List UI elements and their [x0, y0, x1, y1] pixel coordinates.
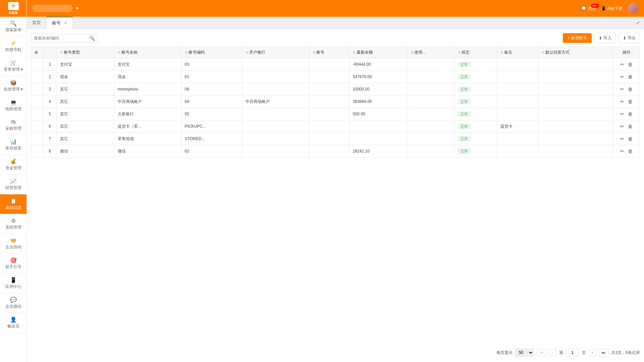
col-header-bank[interactable]: ⇅开户银行	[242, 47, 309, 58]
delete-button-1[interactable]: 🗑	[627, 73, 634, 80]
col-header-balance[interactable]: ⇅最新余额	[349, 47, 407, 58]
row-usage-2	[407, 83, 454, 96]
sidebar-item-app_center[interactable]: 📱应用中心	[0, 274, 26, 293]
tab-close-account[interactable]: ✕	[64, 21, 67, 25]
col-header-code[interactable]: ⇅账号编码	[181, 47, 242, 58]
import-button[interactable]: ⬆ 导入	[594, 33, 616, 43]
sidebar-item-search[interactable]: 🔍搜索菜单	[0, 17, 26, 37]
prev-page-button[interactable]: ‹	[549, 349, 556, 356]
edit-button-4[interactable]: ✏	[619, 111, 626, 117]
sidebar-item-basic[interactable]: 📋基础信息	[0, 194, 26, 214]
sidebar-item-purchase[interactable]: 🛍采购管理	[0, 116, 26, 135]
first-page-button[interactable]: ⏮	[536, 349, 546, 356]
sidebar-icon-operations: 📈	[10, 178, 17, 184]
sidebar-icon-purchase: 🛍	[11, 119, 16, 125]
sidebar-item-member[interactable]: 👤畅会员	[0, 313, 26, 333]
search-input[interactable]	[34, 36, 89, 41]
col-header-default_settle[interactable]: ⇅默认结算方式	[538, 47, 613, 58]
delete-button-6[interactable]: 🗑	[627, 135, 634, 142]
col-header-settings[interactable]: ⚙	[31, 47, 43, 58]
sidebar-label-inventory: 库存核算	[5, 145, 21, 151]
col-label-notes: 备注	[504, 50, 512, 55]
edit-button-0[interactable]: ✏	[619, 61, 626, 68]
delete-button-2[interactable]: 🗑	[627, 86, 634, 93]
edit-button-5[interactable]: ✏	[619, 123, 626, 130]
delete-button-0[interactable]: 🗑	[627, 61, 634, 68]
sidebar-item-ecommerce[interactable]: 💻电商管理	[0, 96, 26, 116]
messages-button[interactable]: 💬 消息 99+	[581, 6, 596, 11]
sort-icon-account: ⇅	[313, 51, 315, 54]
row-notes-5: 提货卡	[497, 120, 538, 133]
per-page-select[interactable]: 50 100	[515, 349, 534, 357]
sidebar-label-wholesale: 批发管理 ▾	[4, 86, 23, 92]
export-icon: ⬇	[623, 36, 626, 41]
status-badge-2: 正常	[458, 86, 471, 92]
row-status-5: 正常	[454, 120, 497, 133]
row-settings-6	[31, 133, 43, 145]
add-account-button[interactable]: + 新增账号	[563, 33, 592, 43]
export-label: 导出	[628, 35, 636, 41]
row-notes-7	[497, 145, 538, 158]
col-header-notes[interactable]: ⇅备注	[497, 47, 538, 58]
sidebar-icon-system: ⚙	[11, 218, 16, 224]
col-header-account[interactable]: ⇅账号	[309, 47, 349, 58]
col-label-code: 账号编码	[189, 50, 205, 55]
row-default_settle-2	[538, 83, 613, 96]
tab-account[interactable]: 账号✕	[47, 17, 73, 29]
edit-button-6[interactable]: ✏	[619, 135, 626, 142]
row-name-4: 大新银行	[114, 108, 181, 120]
delete-button-4[interactable]: 🗑	[627, 111, 634, 117]
sidebar-label-app_center: 应用中心	[5, 284, 21, 290]
row-actions-0: ✏ 🗑	[613, 58, 640, 71]
sidebar-item-finance[interactable]: 💰资金管理	[0, 155, 26, 175]
top-search-input[interactable]	[32, 5, 72, 12]
col-header-usage[interactable]: ⇅使用...	[407, 47, 454, 58]
delete-button-7[interactable]: 🗑	[627, 148, 634, 155]
tab-expand-button[interactable]: ⤢	[632, 20, 644, 25]
edit-button-7[interactable]: ✏	[619, 148, 626, 155]
sidebar-item-cooperation[interactable]: 🤝企业协同	[0, 234, 26, 254]
delete-button-3[interactable]: 🗑	[627, 98, 634, 105]
status-badge-6: 正常	[458, 136, 471, 141]
tab-home[interactable]: 首页	[27, 17, 47, 29]
export-button[interactable]: ⬇ 导出	[619, 33, 640, 43]
user-avatar[interactable]	[628, 3, 639, 14]
status-badge-1: 正常	[458, 74, 471, 79]
sidebar-label-operations: 经营管理	[5, 185, 21, 191]
sidebar-item-shortcut[interactable]: ⚡快捷导航	[0, 37, 26, 56]
sidebar-item-guide[interactable]: 🎯新手引导	[0, 254, 26, 274]
row-actions-6: ✏ 🗑	[613, 133, 640, 145]
edit-button-1[interactable]: ✏	[619, 73, 626, 80]
row-actions-3: ✏ 🗑	[613, 96, 640, 108]
sidebar-item-retail[interactable]: 🛒零售管理 ▾	[0, 56, 26, 76]
delete-button-5[interactable]: 🗑	[627, 123, 634, 130]
page-suffix: 页	[582, 350, 586, 356]
sidebar-item-wholesale[interactable]: 📦批发管理 ▾	[0, 76, 26, 96]
sidebar-item-system[interactable]: ⚙系统管理	[0, 214, 26, 234]
toolbar-right: + 新增账号 ⬆ 导入 ⬇ 导出	[563, 33, 640, 43]
row-default_settle-3	[538, 96, 613, 108]
edit-button-2[interactable]: ✏	[619, 86, 626, 93]
edit-button-3[interactable]: ✏	[619, 98, 626, 105]
message-icon: 💬	[581, 6, 586, 11]
row-name-2: moneybosx	[114, 83, 181, 96]
sidebar-item-wechat[interactable]: 💬企业微信	[0, 293, 26, 313]
row-code-3: 04	[181, 96, 242, 108]
last-page-button[interactable]: ⏭	[599, 349, 609, 356]
row-account-4	[309, 108, 349, 120]
row-status-6: 正常	[454, 133, 497, 145]
next-page-button[interactable]: ›	[589, 349, 596, 356]
app-download-button[interactable]: 📱 App下载	[601, 6, 623, 11]
page-input[interactable]	[566, 349, 579, 356]
col-header-status[interactable]: ⇅状态	[454, 47, 497, 58]
search-icon[interactable]: 🔍	[89, 36, 95, 41]
sidebar-item-inventory[interactable]: 📊库存核算	[0, 135, 26, 155]
row-num-6: 7	[43, 133, 57, 145]
col-header-name[interactable]: ⇅账号名称	[114, 47, 181, 58]
row-settings-7	[31, 145, 43, 158]
col-header-type[interactable]: ⇅账号类型	[57, 47, 114, 58]
sidebar-item-operations[interactable]: 📈经营管理	[0, 175, 26, 194]
row-bank-3: 中百商场账户	[242, 96, 309, 108]
dropdown-arrow-icon: ▼	[75, 6, 79, 11]
row-actions-1: ✏ 🗑	[613, 71, 640, 83]
